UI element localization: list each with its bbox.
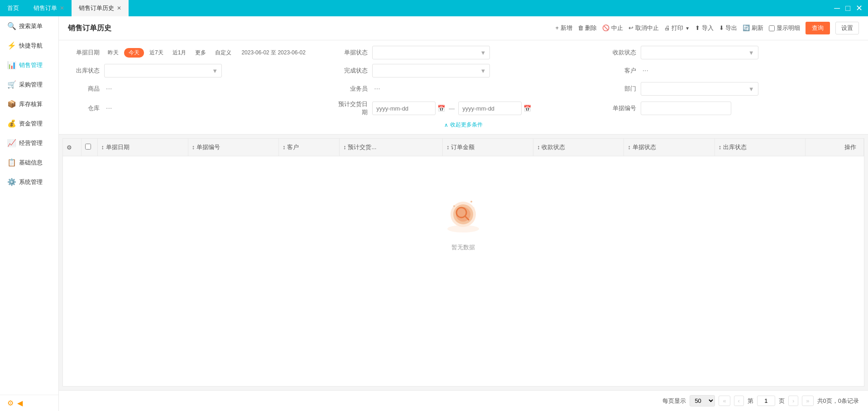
tab-sales-order-close[interactable]: ✕: [60, 5, 64, 11]
total-text: 共0页，0条记录: [817, 397, 859, 405]
collapse-row[interactable]: ∧ 收起更多条件: [68, 121, 859, 129]
warehouse-ellipsis[interactable]: ···: [104, 104, 114, 112]
outbound-status-select[interactable]: ▼: [104, 64, 222, 77]
th-order-no[interactable]: ↕ 单据编号: [188, 139, 278, 156]
tab-sales-order-history[interactable]: 销售订单历史 ✕: [72, 0, 129, 16]
th-customer[interactable]: ↕ 客户: [278, 139, 339, 156]
collapse-label: 收起更多条件: [450, 121, 483, 129]
sales-mgmt-icon: 📊: [7, 61, 15, 69]
top-tab-bar: 首页 销售订单 ✕ 销售订单历史 ✕ ─ □ ✕: [0, 0, 868, 16]
import-label: ⬆ 导入: [695, 24, 714, 32]
sidebar-item-purchase-mgmt[interactable]: 🛒 采购管理: [0, 75, 58, 94]
prev-page-button[interactable]: ‹: [734, 396, 744, 406]
empty-state-cell: 暂无数据: [63, 156, 864, 288]
sidebar-item-basic-info[interactable]: 📋 基础信息: [0, 153, 58, 172]
date-quick-btns: 昨天 今天 近7天 近1月 更多 自定义: [104, 48, 235, 58]
select-all-checkbox[interactable]: [85, 144, 91, 150]
date-1month-btn[interactable]: 近1月: [169, 48, 190, 58]
settings-bottom-icon[interactable]: ⚙: [7, 399, 14, 407]
th-expected-delivery[interactable]: ↕ 预计交货...: [340, 139, 443, 156]
sidebar-item-quick-nav[interactable]: ⚡ 快捷导航: [0, 36, 58, 55]
sidebar-item-sales-mgmt[interactable]: 📊 销售管理: [0, 55, 58, 75]
dept-control: ▼: [641, 82, 859, 96]
close-icon[interactable]: ✕: [854, 3, 864, 13]
filter-row-4: 仓库 ··· 预计交货日期 📅 — 📅 单据编号: [68, 100, 859, 116]
query-button[interactable]: 查询: [806, 22, 830, 34]
collapse-sidebar-icon[interactable]: ◀: [17, 399, 23, 407]
refresh-button[interactable]: 🔄 刷新: [743, 24, 763, 32]
date-today-btn[interactable]: 今天: [124, 48, 144, 58]
tab-sales-order[interactable]: 销售订单 ✕: [26, 0, 72, 16]
customer-control: ···: [641, 67, 859, 75]
table-header-row: ⚙ ↕ 单据日期 ↕ 单据编号 ↕ 客户: [63, 139, 864, 156]
date-yesterday-btn[interactable]: 昨天: [104, 48, 122, 58]
sidebar: 🔍 搜索菜单 ⚡ 快捷导航 📊 销售管理 🛒 采购管理 📦 库存核算 💰 资金管…: [0, 16, 59, 411]
export-button[interactable]: ⬇ 导出: [719, 24, 738, 32]
sidebar-inventory-label: 库存核算: [19, 100, 43, 108]
sidebar-item-finance[interactable]: 💰 资金管理: [0, 114, 58, 133]
th-payment-status[interactable]: ↕ 收款状态: [533, 139, 624, 156]
data-table: ⚙ ↕ 单据日期 ↕ 单据编号 ↕ 客户: [63, 139, 864, 288]
page-number-input[interactable]: [757, 396, 775, 406]
quick-nav-icon: ⚡: [7, 41, 15, 50]
delete-button[interactable]: 🗑 删除: [578, 24, 597, 32]
completion-status-select[interactable]: ▼: [372, 64, 490, 77]
expected-delivery-start[interactable]: [372, 102, 436, 115]
print-button[interactable]: 🖨 打印 ▼: [664, 24, 690, 32]
calendar-start-icon[interactable]: 📅: [437, 105, 445, 112]
empty-state: 暂无数据: [63, 156, 864, 288]
sidebar-item-inventory[interactable]: 📦 库存核算: [0, 94, 58, 114]
customer-ellipsis[interactable]: ···: [641, 67, 650, 75]
new-button[interactable]: + 新增: [556, 24, 572, 32]
payment-status-dropdown-icon: ▼: [748, 49, 754, 56]
th-amount[interactable]: ↕ 订单金额: [442, 139, 533, 156]
settings-button[interactable]: 设置: [835, 22, 859, 34]
sidebar-item-search-menu[interactable]: 🔍 搜索菜单: [0, 16, 58, 36]
th-outbound-status[interactable]: ↕ 出库状态: [715, 139, 805, 156]
product-control: ···: [104, 85, 322, 93]
sidebar-search-menu-label: 搜索菜单: [19, 22, 43, 30]
table-area: ⚙ ↕ 单据日期 ↕ 单据编号 ↕ 客户: [62, 138, 864, 387]
page-size-select[interactable]: 50 10 20 100: [690, 395, 715, 406]
product-ellipsis[interactable]: ···: [104, 85, 114, 93]
import-button[interactable]: ⬆ 导入: [695, 24, 714, 32]
show-detail-checkbox[interactable]: [769, 25, 775, 31]
tab-home[interactable]: 首页: [0, 0, 26, 16]
stop-button[interactable]: 🚫 中止: [602, 24, 623, 32]
th-gear[interactable]: ⚙: [63, 139, 81, 156]
maximize-icon[interactable]: □: [844, 4, 852, 13]
th-check[interactable]: [81, 139, 97, 156]
sidebar-item-system-mgmt[interactable]: ⚙️ 系统管理: [0, 172, 58, 192]
date-7days-btn[interactable]: 近7天: [146, 48, 167, 58]
calendar-end-icon[interactable]: 📅: [523, 105, 531, 112]
date-more-btn[interactable]: 更多: [192, 48, 210, 58]
page-size-label: 每页显示: [662, 397, 686, 405]
sidebar-item-operations[interactable]: 📈 经营管理: [0, 133, 58, 153]
operations-icon: 📈: [7, 139, 15, 147]
empty-state-row: 暂无数据: [63, 156, 864, 288]
payment-status-select[interactable]: ▼: [641, 46, 758, 59]
th-order-status[interactable]: ↕ 单据状态: [624, 139, 715, 156]
next-page-button[interactable]: ›: [788, 396, 798, 406]
cancel-stop-button[interactable]: ↩ 取消中止: [628, 24, 659, 32]
empty-text: 暂无数据: [451, 243, 475, 251]
order-no-input[interactable]: [641, 102, 731, 115]
dept-select[interactable]: ▼: [641, 82, 758, 96]
tab-home-label: 首页: [7, 4, 19, 12]
order-status-select[interactable]: ▼: [372, 46, 490, 59]
sidebar-quick-nav-label: 快捷导航: [19, 42, 43, 50]
tab-sales-order-history-close[interactable]: ✕: [117, 5, 121, 11]
first-page-button[interactable]: «: [719, 396, 730, 406]
expected-delivery-end[interactable]: [458, 102, 522, 115]
tab-sales-order-history-label: 销售订单历史: [79, 4, 114, 12]
last-page-button[interactable]: »: [802, 396, 813, 406]
svg-point-6: [453, 205, 455, 207]
order-no-label: 单据编号: [604, 104, 641, 112]
th-date[interactable]: ↕ 单据日期: [97, 139, 188, 156]
minimize-icon[interactable]: ─: [832, 4, 842, 13]
date-custom-btn[interactable]: 自定义: [211, 48, 235, 58]
salesperson-ellipsis[interactable]: ···: [372, 85, 382, 93]
show-detail-checkbox-group[interactable]: 显示明细: [769, 24, 800, 32]
tab-sales-order-label: 销售订单: [34, 4, 57, 12]
date-range-text: 2023-06-02 至 2023-06-02: [241, 49, 305, 56]
